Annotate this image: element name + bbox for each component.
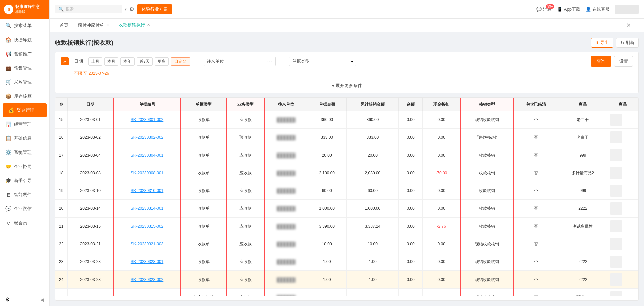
table-scrollbar[interactable] bbox=[55, 296, 638, 300]
sales-icon: 💼 bbox=[5, 65, 11, 71]
sidebar: 6 畅康道好生意 标推版 🔍 搜索菜单 🏠 快捷导航 📢 营销推广 💼 销售管理… bbox=[0, 0, 50, 306]
cell-bill-no[interactable]: SK-20230328-002 bbox=[113, 271, 181, 289]
sidebar-item-system[interactable]: ⚙️ 系统管理 bbox=[0, 145, 49, 160]
query-button[interactable]: 查询 bbox=[591, 56, 611, 67]
app-logo: 6 畅康道好生意 标推版 bbox=[0, 0, 49, 19]
sidebar-item-quicknav[interactable]: 🏠 快捷导航 bbox=[0, 33, 49, 47]
cell-amount: -2,430.00 bbox=[307, 289, 347, 296]
sidebar-item-marketing[interactable]: 📢 营销推广 bbox=[0, 47, 49, 61]
cell-balance: 0.00 bbox=[398, 253, 422, 271]
cell-bill-type: 收款单 bbox=[181, 146, 226, 164]
tab-collection[interactable]: 收款核销执行 ✕ bbox=[114, 19, 155, 32]
cell-accum: 3,387.24 bbox=[347, 218, 399, 235]
inventory-icon: 📦 bbox=[5, 93, 11, 99]
tab-close-icon[interactable]: ✕ bbox=[626, 22, 631, 28]
col-settings[interactable]: ⚙ bbox=[55, 98, 67, 111]
col-include: 包含已结清 bbox=[513, 98, 558, 111]
cell-accum: 333.00 bbox=[347, 129, 399, 146]
cell-biz-type: 应收款 bbox=[226, 218, 265, 235]
expand-more-row: ▾ 展开更多条件 bbox=[61, 80, 633, 89]
sidebar-item-enterprise[interactable]: 🤝 企业协同 bbox=[0, 160, 49, 174]
sidebar-item-label: 智能硬件 bbox=[14, 192, 32, 198]
bill-type-select[interactable]: 单据类型 ▾ bbox=[289, 57, 356, 66]
tab-prepay-close[interactable]: ✕ bbox=[106, 23, 109, 27]
date-btn-this-month[interactable]: 本月 bbox=[104, 57, 118, 66]
gear-icon[interactable]: ⚙ bbox=[129, 6, 134, 12]
cell-bill-no[interactable]: SK-20230328-001 bbox=[113, 253, 181, 271]
cell-date: 2023-03-10 bbox=[67, 182, 113, 200]
sidebar-item-hardware[interactable]: 🖥 智能硬件 bbox=[0, 188, 49, 202]
message-icon: 💬 bbox=[536, 7, 542, 12]
expand-more-btn[interactable]: ▾ 展开更多条件 bbox=[332, 83, 362, 89]
sidebar-item-wechat[interactable]: 💬 企业微信 bbox=[0, 202, 49, 216]
sidebar-item-search[interactable]: 🔍 搜索菜单 bbox=[0, 19, 49, 33]
tab-prepay-label: 预付冲应付单 bbox=[78, 22, 104, 28]
sidebar-item-sales[interactable]: 💼 销售管理 bbox=[0, 61, 49, 75]
finance-icon: 💰 bbox=[8, 107, 14, 113]
cell-bill-no[interactable]: SK-20230321-003 bbox=[113, 235, 181, 253]
cell-include: 否 bbox=[513, 164, 558, 182]
cell-cash-disc: -2.76 bbox=[423, 218, 461, 235]
chevron-down-icon[interactable]: ▾ bbox=[125, 7, 127, 12]
tab-collection-close[interactable]: ✕ bbox=[147, 23, 150, 27]
settings-icon[interactable]: ⚙ bbox=[5, 296, 10, 303]
cell-bill-no[interactable]: SK-20230302-002 bbox=[113, 129, 181, 146]
cell-bill-no[interactable]: SK-20230308-001 bbox=[113, 164, 181, 182]
sidebar-item-finance[interactable]: 💰 资金管理 bbox=[3, 103, 47, 117]
cell-no: 24 bbox=[55, 271, 67, 289]
tab-maximize-icon[interactable]: ⛶ bbox=[633, 22, 639, 28]
app-version: 标推版 bbox=[15, 10, 40, 14]
date-btn-last-month[interactable]: 上月 bbox=[88, 57, 102, 66]
top-search-box[interactable]: 🔍 搜索 bbox=[55, 5, 122, 13]
sidebar-item-label: 畅会员 bbox=[14, 220, 27, 226]
setting-button[interactable]: 设置 bbox=[614, 56, 633, 67]
partner-value: ██████ bbox=[277, 259, 295, 264]
cell-bill-no[interactable]: SK-20230314-001 bbox=[113, 200, 181, 218]
cell-bill-no[interactable]: SK-20230331-002 bbox=[113, 289, 181, 296]
cell-bill-type: 收款单 bbox=[181, 235, 226, 253]
table-row: 22 2023-03-21 SK-20230321-003 收款单 应收款 ██… bbox=[55, 235, 638, 253]
cell-product-img bbox=[607, 164, 638, 182]
cell-balance: 0.00 bbox=[398, 111, 422, 129]
sidebar-item-basicinfo[interactable]: 📋 基础信息 bbox=[0, 131, 49, 145]
refresh-button[interactable]: ↻ 刷新 bbox=[616, 38, 639, 48]
cell-biz-type: 应收款 bbox=[226, 164, 265, 182]
partner-input[interactable] bbox=[225, 59, 266, 64]
sidebar-nav: 🔍 搜索菜单 🏠 快捷导航 📢 营销推广 💼 销售管理 🛒 采购管理 📦 库存核… bbox=[0, 19, 49, 293]
col-biz-type: 业务类型 bbox=[226, 98, 265, 111]
sidebar-item-guide[interactable]: 🎓 新手引导 bbox=[0, 174, 49, 188]
filter-expand-arrow[interactable]: » bbox=[61, 57, 69, 65]
cell-biz-type: 应收款 bbox=[226, 146, 265, 164]
sidebar-item-operation[interactable]: 📊 经营管理 bbox=[0, 117, 49, 131]
bill-type-label: 单据类型 bbox=[292, 58, 310, 64]
date-btn-this-year[interactable]: 本年 bbox=[120, 57, 135, 66]
date-btn-7days[interactable]: 近7天 bbox=[137, 57, 153, 66]
tab-home[interactable]: 首页 bbox=[55, 19, 73, 32]
cell-bill-no[interactable]: SK-20230301-002 bbox=[113, 111, 181, 129]
online-service[interactable]: 👤 在线客服 bbox=[586, 6, 610, 12]
cell-bill-no[interactable]: SK-20230315-002 bbox=[113, 218, 181, 235]
cell-bill-no[interactable]: SK-20230304-001 bbox=[113, 146, 181, 164]
date-btn-more[interactable]: 更多 bbox=[155, 57, 169, 66]
table-scroll[interactable]: ⚙ 日期 单据编号 单据类型 业务类型 往来单位 单据金额 累计核销金额 余额 … bbox=[55, 98, 638, 296]
sidebar-item-purchase[interactable]: 🛒 采购管理 bbox=[0, 75, 49, 89]
cell-write-off-type: 现结收款核销 bbox=[461, 111, 513, 129]
collapse-icon[interactable]: ◀ bbox=[40, 297, 44, 302]
tab-prepay[interactable]: 预付冲应付单 ✕ bbox=[73, 19, 114, 32]
cell-accum: 60.00 bbox=[347, 182, 399, 200]
cell-bill-no[interactable]: SK-20230310-001 bbox=[113, 182, 181, 200]
tabs-bar-right: ✕ ⛶ bbox=[626, 22, 639, 28]
app-download-label: App下载 bbox=[564, 6, 580, 12]
col-balance: 余额 bbox=[398, 98, 422, 111]
solution-button[interactable]: 体验行业方案 bbox=[137, 4, 172, 14]
data-table-container: ⚙ 日期 单据编号 单据类型 业务类型 往来单位 单据金额 累计核销金额 余额 … bbox=[55, 97, 639, 301]
partner-more-icon[interactable]: ··· bbox=[267, 59, 273, 64]
message-notify[interactable]: 💬 消息 99+ bbox=[536, 6, 552, 12]
partner-label: 往来单位 bbox=[207, 58, 224, 64]
cell-bill-type: 收款单 bbox=[181, 129, 226, 146]
export-button[interactable]: ⬆ 导出 bbox=[591, 38, 613, 48]
date-btn-custom[interactable]: 自定义 bbox=[171, 57, 190, 66]
sidebar-item-member[interactable]: V 畅会员 bbox=[0, 216, 49, 230]
sidebar-item-inventory[interactable]: 📦 库存核算 bbox=[0, 89, 49, 103]
app-download[interactable]: 📱 App下载 bbox=[557, 6, 580, 12]
